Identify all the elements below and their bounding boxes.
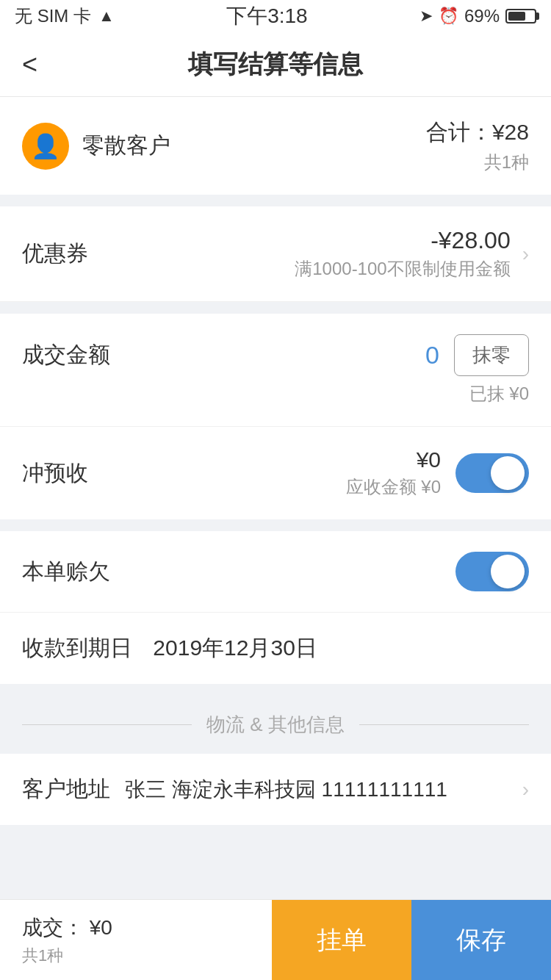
bottom-count: 共1种 (22, 945, 250, 967)
status-right: ➤ ⏰ 69% (419, 6, 536, 26)
advance-right: ¥0 应收金额 ¥0 (346, 447, 529, 499)
coupon-row[interactable]: 优惠券 -¥28.00 满1000-100不限制使用金额 › (0, 206, 551, 302)
status-left: 无 SIM 卡 ▲ (15, 4, 115, 28)
advance-section: 冲预收 ¥0 应收金额 ¥0 (0, 427, 551, 519)
bottom-summary: 成交： ¥0 共1种 (0, 914, 272, 967)
back-button[interactable]: < (22, 49, 37, 80)
transaction-value: 0 (425, 341, 439, 370)
advance-value-group: ¥0 应收金额 ¥0 (346, 447, 441, 499)
status-time: 下午3:18 (226, 2, 308, 30)
advance-toggle[interactable] (455, 453, 529, 493)
coupon-value-group: -¥28.00 满1000-100不限制使用金额 (295, 227, 510, 281)
address-chevron-icon: › (522, 778, 529, 801)
bottom-transaction-value: ¥0 (90, 916, 112, 939)
main-content: 👤 零散客户 合计：¥28 共1种 优惠券 -¥28.00 满1000-100不… (0, 97, 551, 913)
total-count: 共1种 (426, 151, 529, 174)
customer-row: 👤 零散客户 合计：¥28 共1种 (0, 97, 551, 195)
advance-value: ¥0 (346, 447, 441, 472)
transaction-sub: 已抹 ¥0 (22, 382, 529, 406)
carrier-text: 无 SIM 卡 (15, 4, 91, 28)
debt-section: 本单赊欠 (0, 531, 551, 612)
divider-line-right (359, 724, 529, 725)
coupon-desc: 满1000-100不限制使用金额 (295, 257, 510, 281)
customer-avatar: 👤 (22, 123, 69, 170)
coupon-label: 优惠券 (22, 239, 88, 269)
save-button[interactable]: 保存 (411, 900, 551, 981)
coupon-right: -¥28.00 满1000-100不限制使用金额 › (295, 227, 529, 281)
coupon-chevron-icon: › (522, 242, 529, 266)
wifi-icon: ▲ (98, 7, 115, 26)
section-divider-2 (0, 519, 551, 531)
section-divider-3 (0, 684, 551, 696)
debt-label: 本单赊欠 (22, 557, 110, 587)
transaction-label: 成交金额 (22, 340, 110, 370)
pending-button[interactable]: 挂单 (272, 900, 411, 981)
address-label: 客户地址 (22, 774, 110, 804)
round-off-button[interactable]: 抹零 (454, 334, 529, 376)
page-title: 填写结算等信息 (188, 48, 363, 82)
debt-toggle[interactable] (455, 552, 529, 591)
section-divider-1 (0, 302, 551, 314)
transaction-right: 0 抹零 (425, 334, 529, 376)
total-amount: 合计：¥28 (426, 118, 529, 148)
address-section[interactable]: 客户地址 张三 海淀永丰科技园 11111111111 › (0, 754, 551, 825)
location-icon: ➤ (419, 7, 433, 26)
status-bar: 无 SIM 卡 ▲ 下午3:18 ➤ ⏰ 69% (0, 0, 551, 32)
address-value: 张三 海淀永丰科技园 11111111111 (125, 776, 522, 804)
battery-text: 69% (464, 6, 500, 26)
customer-total: 合计：¥28 共1种 (426, 118, 529, 174)
due-date-section: 收款到期日 2019年12月30日 (0, 612, 551, 684)
due-date-label: 收款到期日 (22, 635, 132, 660)
due-date-value: 2019年12月30日 (153, 635, 317, 660)
advance-label: 冲预收 (22, 458, 88, 489)
toggle-circle (491, 456, 525, 490)
customer-name: 零散客户 (82, 131, 170, 161)
logistics-divider: 物流 & 其他信息 (0, 696, 551, 754)
coupon-amount: -¥28.00 (295, 227, 510, 254)
logistics-label: 物流 & 其他信息 (206, 712, 345, 738)
avatar-icon: 👤 (31, 132, 60, 160)
bottom-transaction: 成交： ¥0 (22, 914, 250, 942)
customer-left: 👤 零散客户 (22, 123, 170, 170)
battery-icon (505, 9, 536, 24)
bottom-bar: 成交： ¥0 共1种 挂单 保存 (0, 899, 551, 980)
advance-sub: 应收金额 ¥0 (346, 475, 441, 499)
divider-line-left (22, 724, 192, 725)
advance-row: 冲预收 ¥0 应收金额 ¥0 (22, 447, 529, 499)
nav-bar: < 填写结算等信息 (0, 32, 551, 97)
bottom-transaction-label: 成交： (22, 916, 84, 939)
transaction-row: 成交金额 0 抹零 (22, 334, 529, 376)
debt-toggle-circle (491, 555, 525, 588)
alarm-icon: ⏰ (439, 7, 458, 26)
transaction-section: 成交金额 0 抹零 已抹 ¥0 (0, 314, 551, 427)
